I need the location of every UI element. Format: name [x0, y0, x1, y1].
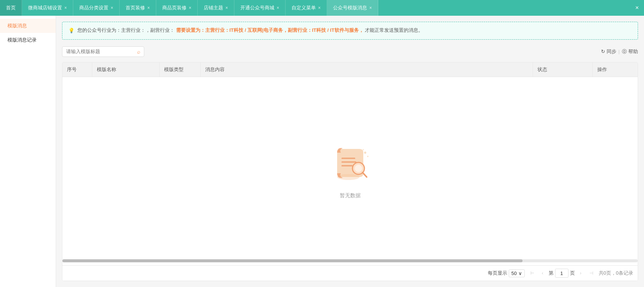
empty-illustration [328, 141, 373, 186]
sidebar: 模版消息 模版消息记录 [0, 16, 56, 287]
toolbar-right: ↻ 同步 | ⓪ 帮助 [601, 48, 638, 55]
table-header: 序号 模版名称 模版类型 消息内容 状态 操作 [62, 62, 638, 77]
svg-point-7 [364, 152, 366, 154]
svg-point-8 [367, 156, 369, 157]
table-wrapper: 序号 模版名称 模版类型 消息内容 状态 操作 [62, 62, 638, 281]
tab-store-theme[interactable]: 店铺主题 × [198, 0, 234, 16]
main-layout: 模版消息 模版消息记录 💡 您的公众号行业为：主营行业：，副营行业： 需要设置为… [0, 16, 644, 287]
first-page-button[interactable]: ⊢ [528, 269, 537, 278]
close-icon[interactable]: × [277, 6, 279, 10]
col-index: 序号 [62, 62, 92, 77]
col-status: 状态 [533, 62, 593, 77]
svg-point-5 [355, 165, 362, 172]
lightbulb-icon: 💡 [68, 27, 74, 35]
close-icon[interactable]: × [64, 6, 67, 10]
close-icon[interactable]: × [147, 6, 150, 10]
tab-micro-shop-settings[interactable]: 微商城店铺设置 × [22, 0, 73, 16]
chevron-down-icon: ∨ [518, 271, 522, 276]
last-page-button[interactable]: ⊣ [587, 269, 596, 278]
search-icon[interactable]: ⌕ [137, 49, 140, 55]
next-page-button[interactable]: › [576, 269, 585, 278]
prev-page-button[interactable]: ‹ [538, 269, 547, 278]
tab-template-msg[interactable]: 公众号模版消息 × [327, 0, 378, 16]
page-total: 共0页，0条记录 [599, 270, 633, 277]
tab-product-decoration[interactable]: 商品页装修 × [156, 0, 198, 16]
search-input-wrapper[interactable]: ⌕ [62, 46, 144, 57]
search-input[interactable] [66, 49, 137, 54]
sidebar-item-template-msg-record[interactable]: 模版消息记录 [0, 33, 56, 47]
tab-bar: 首页 微商城店铺设置 × 商品分类设置 × 首页装修 × 商品页装修 × 店铺主… [0, 0, 644, 16]
notice-box: 💡 您的公众号行业为：主营行业：，副营行业： 需要设置为：主营行业：IT科技 /… [62, 22, 638, 40]
refresh-icon: ↻ [601, 49, 605, 54]
close-icon[interactable]: × [189, 6, 191, 10]
page-size-select: 每页显示 50 ∨ [488, 269, 524, 277]
tab-product-category[interactable]: 商品分类设置 × [73, 0, 120, 16]
close-icon[interactable]: × [111, 6, 113, 10]
sync-button[interactable]: ↻ 同步 [601, 48, 616, 55]
page-unit: 页 [570, 270, 575, 277]
scrollbar-thumb[interactable] [62, 259, 523, 262]
col-type: 模版类型 [160, 62, 201, 77]
page-nav: ⊢ ‹ 第 页 › ⊣ [528, 269, 596, 278]
col-name: 模版名称 [92, 62, 160, 77]
page-label: 第 [549, 270, 554, 277]
help-icon: ⓪ [622, 48, 627, 55]
pagination: 每页显示 50 ∨ ⊢ ‹ 第 页 › ⊣ 共0页，0条记录 [62, 265, 638, 281]
close-icon[interactable]: × [225, 6, 228, 10]
empty-state: 暂无数据 [62, 77, 638, 256]
page-size-label: 每页显示 [488, 270, 507, 277]
notice-text: 您的公众号行业为：主营行业：，副营行业： 需要设置为：主营行业：IT科技 / 互… [77, 27, 423, 34]
page-input[interactable] [555, 269, 568, 278]
close-icon[interactable]: × [318, 6, 321, 10]
tab-open-public-shop[interactable]: 开通公众号商城 × [234, 0, 286, 16]
search-bar: ⌕ ↻ 同步 | ⓪ 帮助 [62, 46, 638, 57]
svg-line-6 [363, 172, 367, 177]
svg-point-9 [363, 149, 364, 150]
tab-home-decoration[interactable]: 首页装修 × [120, 0, 156, 16]
page-size-dropdown[interactable]: 50 ∨ [509, 269, 524, 277]
global-close-button[interactable]: × [630, 0, 644, 16]
sidebar-item-template-msg[interactable]: 模版消息 [0, 19, 56, 33]
empty-text: 暂无数据 [340, 192, 361, 199]
help-button[interactable]: ⓪ 帮助 [622, 48, 638, 55]
tab-custom-menu[interactable]: 自定义菜单 × [286, 0, 327, 16]
horizontal-scrollbar[interactable] [62, 259, 638, 262]
col-content: 消息内容 [201, 62, 533, 77]
content-area: 💡 您的公众号行业为：主营行业：，副营行业： 需要设置为：主营行业：IT科技 /… [56, 16, 644, 287]
col-action: 操作 [593, 62, 638, 77]
close-icon[interactable]: × [369, 6, 372, 10]
divider: | [619, 49, 620, 54]
tab-home[interactable]: 首页 [0, 0, 22, 16]
